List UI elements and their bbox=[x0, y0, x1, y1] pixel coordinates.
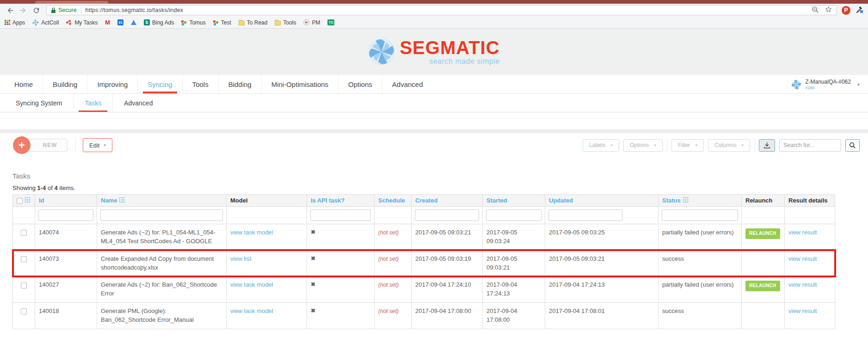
reload-icon[interactable] bbox=[31, 5, 42, 16]
cell-schedule: (not set) bbox=[378, 256, 399, 262]
bookmark-tools[interactable]: Tools bbox=[275, 19, 296, 26]
view-task-model-link[interactable]: view task model bbox=[230, 281, 273, 288]
sort-schedule-link[interactable]: Schedule bbox=[378, 197, 405, 204]
cell-is-api: ✖ bbox=[307, 303, 375, 329]
bookmark-test[interactable]: Test bbox=[213, 19, 231, 26]
filter-api-input[interactable] bbox=[310, 209, 371, 221]
nav-item-mini-optimisations[interactable]: Mini-Optimisations bbox=[261, 75, 338, 93]
bookmark-to-read[interactable]: To Read bbox=[239, 19, 268, 26]
help-icon[interactable]: ? bbox=[683, 197, 688, 203]
nav-item-bidding[interactable]: Bidding bbox=[218, 75, 261, 93]
sort-created-link[interactable]: Created bbox=[415, 197, 437, 204]
subnav-item-syncing-system[interactable]: Syncing System bbox=[5, 94, 73, 112]
row-checkbox[interactable] bbox=[21, 230, 27, 236]
spacer bbox=[0, 112, 868, 129]
sort-status-link[interactable]: Status bbox=[662, 197, 681, 204]
sort-name-link[interactable]: Name bbox=[101, 197, 117, 204]
red-dots-icon bbox=[66, 20, 72, 25]
columns-dropdown-button[interactable]: Columns ▾ bbox=[708, 139, 750, 152]
table-row: 140027 Generate Ads (~2) for: Ban_062_Sh… bbox=[13, 276, 835, 303]
subnav-item-tasks[interactable]: Tasks bbox=[73, 94, 112, 112]
filter-dropdown-button[interactable]: Filter ▾ bbox=[671, 139, 704, 152]
bookmark-tomus[interactable]: Tomus bbox=[181, 19, 205, 26]
bookmark-star-icon[interactable] bbox=[825, 6, 832, 15]
subnav-item-advanced[interactable]: Advanced bbox=[112, 94, 164, 112]
sort-api-link[interactable]: Is API task? bbox=[311, 197, 345, 204]
view-task-model-link[interactable]: view task model bbox=[230, 307, 273, 314]
view-result-link[interactable]: view result bbox=[788, 255, 817, 262]
nav-item-improving[interactable]: Improving bbox=[87, 75, 137, 93]
select-all-checkbox[interactable] bbox=[17, 198, 23, 204]
filter-id-input[interactable] bbox=[38, 209, 93, 221]
view-result-link[interactable]: view result bbox=[788, 281, 817, 288]
relaunch-button[interactable]: RELAUNCH bbox=[745, 281, 780, 291]
drive-triangle-icon bbox=[131, 20, 136, 25]
zoom-out-icon[interactable] bbox=[812, 6, 819, 15]
filter-updated-input[interactable] bbox=[548, 209, 622, 221]
back-icon[interactable] bbox=[5, 5, 16, 16]
view-list-link[interactable]: view list bbox=[230, 255, 252, 262]
help-icon[interactable]: ? bbox=[119, 197, 124, 203]
bookmark-gmail[interactable]: M bbox=[105, 19, 110, 25]
sort-started-link[interactable]: Started bbox=[486, 197, 507, 204]
relaunch-button[interactable]: RELAUNCH bbox=[745, 228, 780, 239]
tiles-icon bbox=[213, 20, 219, 25]
user-pinwheel-icon bbox=[791, 80, 801, 90]
sort-id-link[interactable]: Id bbox=[39, 197, 44, 204]
tiles-icon bbox=[181, 20, 187, 25]
cell-status: success bbox=[659, 250, 742, 276]
forward-icon[interactable] bbox=[18, 5, 29, 16]
filter-status-input[interactable] bbox=[662, 209, 738, 221]
url-text: https://tomus.segmatic.io/tasks/index bbox=[86, 7, 812, 13]
row-checkbox[interactable] bbox=[21, 282, 27, 288]
results-summary: Showing 1-4 of 4 items. bbox=[12, 184, 856, 191]
help-icon[interactable]: ? bbox=[25, 197, 30, 203]
bookmark-pm[interactable]: PM bbox=[303, 19, 320, 26]
download-button[interactable] bbox=[759, 139, 775, 152]
search-icon bbox=[849, 142, 856, 149]
labels-dropdown-button[interactable]: Labels ▾ bbox=[583, 139, 619, 152]
cell-schedule: (not set) bbox=[378, 229, 399, 236]
nav-item-advanced[interactable]: Advanced bbox=[382, 75, 433, 93]
sort-updated-link[interactable]: Updated bbox=[549, 197, 573, 204]
nav-item-home[interactable]: Home bbox=[5, 75, 43, 93]
row-checkbox[interactable] bbox=[21, 308, 27, 314]
bookmark-bing-ads[interactable]: b Bing Ads bbox=[144, 19, 174, 26]
cell-started: 2017-09-05 09:03:21 bbox=[483, 250, 545, 276]
search-button[interactable] bbox=[845, 139, 860, 152]
bookmark-calendar[interactable]: 31 bbox=[117, 19, 123, 25]
browser-active-tab[interactable] bbox=[35, 1, 108, 4]
filter-created-input[interactable] bbox=[415, 209, 479, 221]
nav-item-syncing[interactable]: Syncing bbox=[137, 75, 182, 93]
nav-item-building[interactable]: Building bbox=[43, 75, 87, 93]
nav-item-options[interactable]: Options bbox=[338, 75, 382, 93]
view-result-link[interactable]: view result bbox=[788, 229, 817, 236]
bookmark-drive[interactable] bbox=[131, 20, 136, 25]
search-input[interactable] bbox=[779, 139, 841, 152]
chevron-down-icon: ▾ bbox=[857, 82, 860, 87]
edit-dropdown-button[interactable]: Edit ▾ bbox=[83, 138, 112, 152]
view-task-model-link[interactable]: view task model bbox=[230, 229, 273, 236]
options-dropdown-button[interactable]: Options ▾ bbox=[623, 139, 663, 152]
row-checkbox[interactable] bbox=[21, 256, 27, 262]
new-button[interactable]: NEW + bbox=[13, 138, 68, 152]
pinwheel-favicon bbox=[32, 19, 39, 26]
bookmark-apps[interactable]: Apps bbox=[5, 19, 25, 26]
bookmark-tc[interactable]: TC bbox=[327, 19, 334, 25]
bookmark-actcoll[interactable]: ActColl bbox=[32, 19, 59, 26]
eyedropper-extension-icon[interactable] bbox=[855, 5, 863, 15]
bookmark-my-tasks[interactable]: My Tasks bbox=[66, 19, 98, 26]
nav-item-tools[interactable]: Tools bbox=[182, 75, 218, 93]
gmail-icon: M bbox=[105, 19, 110, 25]
table-row-highlighted: 140073 Create Expanded Ad Copy from docu… bbox=[13, 250, 835, 276]
column-header-result-details: Result details bbox=[785, 195, 835, 207]
filter-started-input[interactable] bbox=[486, 209, 542, 221]
address-bar[interactable]: Secure https://tomus.segmatic.io/tasks/i… bbox=[46, 5, 837, 15]
segmatic-logo[interactable]: SEGMATIC search made simple bbox=[368, 38, 499, 66]
view-result-link[interactable]: view result bbox=[788, 307, 817, 314]
extension-p-icon[interactable]: P bbox=[842, 6, 850, 15]
user-name: Z-ManualQA-#062 bbox=[805, 79, 851, 85]
sub-nav: Syncing System Tasks Advanced bbox=[0, 94, 868, 112]
user-menu[interactable]: Z-ManualQA-#062 #280 ▾ bbox=[791, 75, 860, 94]
filter-name-input[interactable] bbox=[100, 209, 223, 221]
